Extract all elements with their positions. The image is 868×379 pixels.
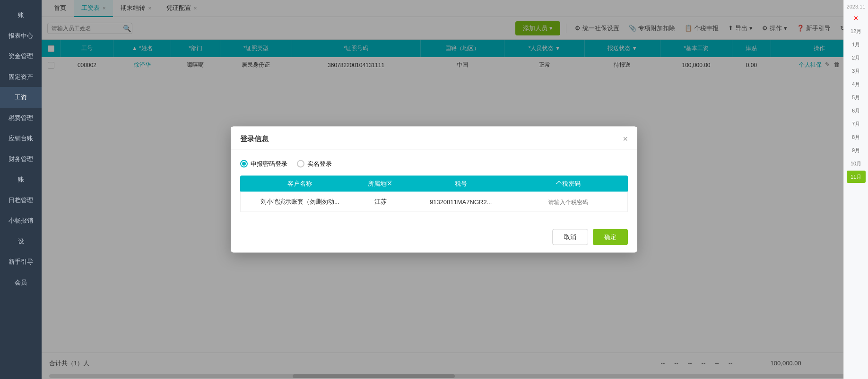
login-dialog: 登录信息 × 申报密码登录 实名登录 客户名称 所属地区 税号 个税密码 刘小艳…: [231, 127, 637, 253]
radio-circle-realname: [297, 160, 304, 168]
sidebar-item-report-center[interactable]: 报表中心: [0, 26, 42, 46]
timeline-panel: 2023.11 ✕ 12月 1月 2月 3月 4月 5月 6月 7月 8月 9月…: [843, 0, 868, 379]
col-tax-password: 个税密码: [515, 180, 622, 188]
dialog-title: 登录信息: [240, 135, 269, 144]
sidebar-item-archive[interactable]: 日档管理: [0, 190, 42, 211]
dialog-footer: 取消 确定: [231, 222, 637, 253]
sidebar-item-expense[interactable]: 小畅报销: [0, 210, 42, 231]
sidebar-item-finance-mgmt[interactable]: 财务管理: [0, 149, 42, 170]
timeline-month-x[interactable]: ✕: [847, 12, 866, 24]
timeline-month-apr[interactable]: 4月: [847, 78, 866, 90]
timeline-month-sep[interactable]: 9月: [847, 144, 866, 156]
col-region: 所属地区: [353, 180, 407, 188]
dialog-table-header: 客户名称 所属地区 税号 个税密码: [240, 176, 628, 192]
timeline-month-oct[interactable]: 10月: [847, 157, 866, 170]
sidebar-item-fixed-assets[interactable]: 固定资产: [0, 67, 42, 87]
radio-password-login[interactable]: 申报密码登录: [240, 160, 287, 168]
dialog-close-button[interactable]: ×: [623, 134, 628, 144]
timeline-month-jun[interactable]: 6月: [847, 104, 866, 117]
timeline-month-dec[interactable]: 12月: [847, 25, 866, 37]
client-name-cell: 刘小艳演示账套（勿删勿动...: [246, 198, 354, 206]
sidebar-item-sales-ledger[interactable]: 应销台账: [0, 128, 42, 149]
sidebar-item-settings[interactable]: 设: [0, 231, 42, 252]
radio-circle-password: [240, 160, 248, 168]
dialog-table-row: 刘小艳演示账套（勿删勿动... 江苏 91320811MA7NGR2...: [240, 192, 628, 212]
tax-password-input[interactable]: [514, 198, 622, 205]
sidebar-item-member[interactable]: 会员: [0, 272, 42, 293]
timeline-month-nov[interactable]: 11月: [847, 171, 866, 183]
tax-no-cell: 91320811MA7NGR2...: [407, 198, 514, 205]
timeline-month-aug[interactable]: 8月: [847, 131, 866, 143]
timeline-month-may[interactable]: 5月: [847, 91, 866, 103]
sidebar-item-tax-mgmt[interactable]: 税费管理: [0, 108, 42, 129]
cancel-button[interactable]: 取消: [552, 229, 588, 245]
timeline-month-jul[interactable]: 7月: [847, 118, 866, 130]
region-cell: 江苏: [354, 198, 407, 206]
dialog-body: 申报密码登录 实名登录 客户名称 所属地区 税号 个税密码 刘小艳演示账套（勿删…: [231, 150, 637, 222]
timeline-month-mar[interactable]: 3月: [847, 65, 866, 77]
login-method-group: 申报密码登录 实名登录: [240, 160, 628, 168]
col-tax-no: 税号: [407, 180, 514, 188]
timeline-month-feb[interactable]: 2月: [847, 52, 866, 64]
dialog-header: 登录信息 ×: [231, 127, 637, 150]
sidebar-item-fund-mgmt[interactable]: 资金管理: [0, 46, 42, 67]
col-client-name: 客户名称: [246, 180, 353, 188]
sidebar-item-guide[interactable]: 新手引导: [0, 251, 42, 272]
sidebar-item-account2[interactable]: 账: [0, 169, 42, 190]
timeline-month-jan[interactable]: 1月: [847, 38, 866, 51]
sidebar-item-salary[interactable]: 工资: [0, 87, 42, 108]
timeline-year: 2023.11: [847, 4, 866, 9]
sidebar-item-accounting[interactable]: 账: [0, 5, 42, 26]
tax-password-cell[interactable]: [514, 198, 622, 205]
sidebar: 账 报表中心 资金管理 固定资产 工资 税费管理 应销台账 财务管理 账 日档管…: [0, 0, 42, 379]
radio-realname-login[interactable]: 实名登录: [297, 160, 332, 168]
confirm-button[interactable]: 确定: [593, 229, 628, 245]
